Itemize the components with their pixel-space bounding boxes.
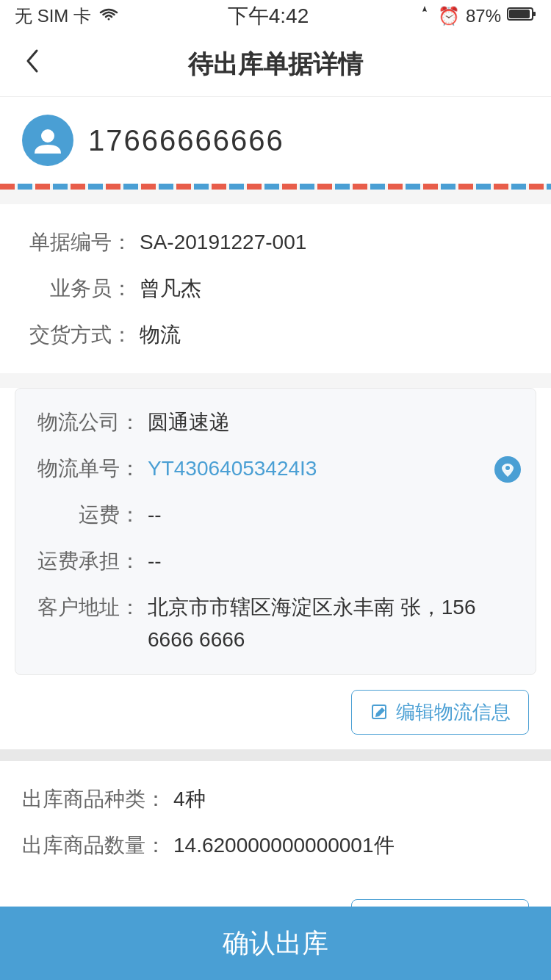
salesperson-value: 曾凡杰 <box>140 273 529 306</box>
svg-rect-1 <box>533 12 536 16</box>
document-number-value: SA-20191227-001 <box>140 226 529 259</box>
goods-quantity-label: 出库商品数量： <box>22 829 173 862</box>
wifi-icon <box>98 6 119 26</box>
tracking-location-icon[interactable] <box>494 456 521 483</box>
avatar <box>22 115 73 166</box>
delivery-method-row: 交货方式： 物流 <box>22 319 529 352</box>
address-row: 客户地址： 北京市市辖区海淀区永丰南 张，156 6666 6666 <box>30 591 521 657</box>
basic-info-section: 单据编号： SA-20191227-001 业务员： 曾凡杰 交货方式： 物流 <box>0 204 551 373</box>
goods-types-row: 出库商品种类： 4种 <box>22 783 529 816</box>
delivery-method-value: 物流 <box>140 319 529 352</box>
logistics-company-value: 圆通速递 <box>148 406 521 439</box>
freight-bearer-label: 运费承担： <box>30 545 148 578</box>
edit-icon <box>370 702 390 723</box>
address-label: 客户地址： <box>30 591 148 624</box>
goods-types-value: 4种 <box>173 783 529 816</box>
freight-row: 运费： -- <box>30 499 521 532</box>
section-divider <box>0 749 551 761</box>
battery-icon <box>507 6 536 26</box>
status-left: 无 SIM 卡 <box>15 4 119 28</box>
back-button[interactable] <box>22 45 43 84</box>
customer-header: 17666666666 <box>0 97 551 184</box>
svg-point-3 <box>41 129 54 143</box>
freight-label: 运费： <box>30 499 148 532</box>
svg-point-5 <box>505 466 510 470</box>
status-right: ⏰ 87% <box>417 6 536 26</box>
tracking-value-container: YT43064053424I3 <box>148 453 521 486</box>
logistics-card: 物流公司： 圆通速递 物流单号： YT43064053424I3 运费： -- <box>15 388 536 675</box>
battery-percent: 87% <box>466 6 501 26</box>
freight-bearer-value: -- <box>148 545 521 578</box>
salesperson-row: 业务员： 曾凡杰 <box>22 273 529 306</box>
logistics-company-label: 物流公司： <box>30 406 148 439</box>
document-number-label: 单据编号： <box>22 226 140 259</box>
delivery-method-label: 交货方式： <box>22 319 140 352</box>
tracking-label: 物流单号： <box>30 453 148 486</box>
tracking-row: 物流单号： YT43064053424I3 <box>30 453 521 486</box>
dashed-divider <box>0 184 551 190</box>
goods-quantity-value: 14.620000000000001件 <box>173 829 529 862</box>
status-time: 下午4:42 <box>228 2 309 30</box>
address-value: 北京市市辖区海淀区永丰南 张，156 6666 6666 <box>148 591 521 657</box>
freight-value: -- <box>148 499 521 532</box>
goods-section: 出库商品种类： 4种 出库商品数量： 14.620000000000001件 <box>0 761 551 884</box>
customer-phone: 17666666666 <box>88 124 284 157</box>
goods-quantity-row: 出库商品数量： 14.620000000000001件 <box>22 829 529 862</box>
location-status-icon <box>417 6 432 26</box>
edit-logistics-button[interactable]: 编辑物流信息 <box>351 690 529 735</box>
page-title: 待出库单据详情 <box>188 48 363 82</box>
alarm-icon: ⏰ <box>438 6 460 26</box>
logistics-company-row: 物流公司： 圆通速递 <box>30 406 521 439</box>
svg-rect-2 <box>509 10 530 18</box>
nav-bar: 待出库单据详情 <box>0 32 551 97</box>
document-number-row: 单据编号： SA-20191227-001 <box>22 226 529 259</box>
freight-bearer-row: 运费承担： -- <box>30 545 521 578</box>
salesperson-label: 业务员： <box>22 273 140 306</box>
confirm-button-label: 确认出库 <box>223 926 328 962</box>
sim-status: 无 SIM 卡 <box>15 4 91 28</box>
edit-btn-row: 编辑物流信息 <box>0 675 551 749</box>
status-bar: 无 SIM 卡 下午4:42 ⏰ 87% <box>0 0 551 32</box>
goods-types-label: 出库商品种类： <box>22 783 173 816</box>
tracking-value: YT43064053424I3 <box>148 453 487 486</box>
confirm-button[interactable]: 确认出库 <box>0 907 551 980</box>
edit-logistics-label: 编辑物流信息 <box>396 699 511 725</box>
